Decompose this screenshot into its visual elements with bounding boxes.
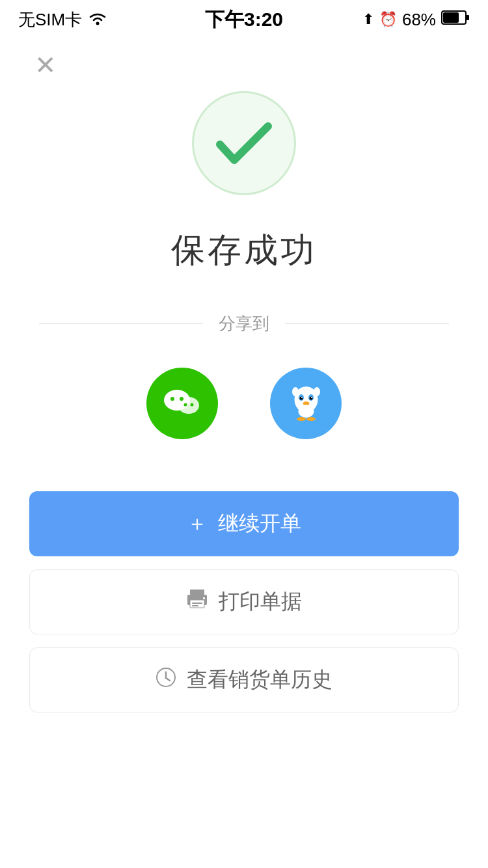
svg-point-19 — [297, 417, 306, 421]
clock-icon — [156, 667, 176, 693]
svg-point-13 — [299, 396, 303, 400]
svg-point-14 — [309, 396, 312, 400]
history-label: 查看销货单历史 — [187, 666, 332, 694]
wechat-icon — [161, 386, 204, 422]
svg-rect-2 — [466, 15, 469, 20]
plus-icon: ＋ — [187, 509, 208, 538]
continue-label: 继续开单 — [218, 509, 301, 538]
share-label: 分享到 — [203, 312, 285, 335]
svg-rect-27 — [192, 605, 198, 606]
carrier-text: 无SIM卡 — [18, 8, 82, 31]
svg-point-22 — [314, 387, 320, 396]
divider-right — [285, 323, 449, 324]
print-label: 打印单据 — [219, 588, 302, 616]
svg-rect-26 — [192, 603, 202, 604]
alarm-icon: ⏰ — [379, 11, 397, 28]
continue-button[interactable]: ＋ 继续开单 — [29, 491, 459, 556]
share-icons-row — [146, 368, 342, 439]
carrier-info: 无SIM卡 — [18, 8, 107, 31]
share-divider: 分享到 — [0, 312, 488, 335]
qq-share-button[interactable] — [270, 368, 342, 439]
success-title: 保存成功 — [171, 228, 317, 273]
svg-point-6 — [170, 397, 174, 401]
svg-point-20 — [306, 417, 316, 421]
battery-text: 68% — [402, 10, 436, 30]
svg-rect-28 — [203, 597, 205, 599]
svg-line-31 — [166, 678, 170, 681]
divider-left — [39, 323, 203, 324]
battery-icon — [441, 10, 470, 29]
svg-rect-23 — [190, 590, 204, 595]
checkmark-icon — [215, 120, 273, 167]
printer-icon — [186, 590, 208, 614]
svg-point-15 — [301, 397, 303, 398]
svg-point-9 — [190, 403, 193, 406]
close-icon: ✕ — [34, 52, 57, 78]
history-button[interactable]: 查看销货单历史 — [29, 647, 459, 712]
status-indicators: ⬆ ⏰ 68% — [362, 10, 470, 30]
status-time: 下午3:20 — [205, 7, 283, 33]
location-icon: ⬆ — [362, 11, 374, 28]
close-button[interactable]: ✕ — [26, 46, 65, 85]
svg-point-8 — [183, 403, 187, 406]
main-content: 保存成功 分享到 — [0, 39, 488, 868]
svg-point-7 — [180, 397, 183, 401]
qq-icon — [288, 383, 324, 425]
wechat-share-button[interactable] — [146, 368, 218, 439]
svg-point-18 — [298, 405, 314, 418]
svg-point-16 — [311, 397, 312, 398]
action-buttons: ＋ 继续开单 打印单据 — [29, 491, 459, 712]
svg-point-21 — [292, 387, 299, 396]
print-button[interactable]: 打印单据 — [29, 569, 459, 634]
wifi-icon — [88, 10, 107, 30]
status-bar: 无SIM卡 下午3:20 ⬆ ⏰ 68% — [0, 0, 488, 39]
success-icon-circle — [192, 91, 296, 195]
svg-point-0 — [96, 21, 100, 25]
svg-rect-3 — [443, 12, 459, 23]
